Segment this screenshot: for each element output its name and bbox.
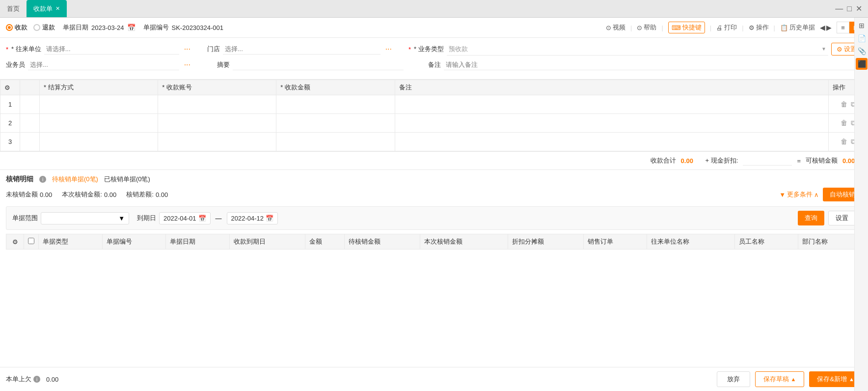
minimize-icon[interactable]: — — [835, 4, 843, 13]
row-3-settlement-input[interactable] — [40, 133, 158, 151]
row-3-remark-input[interactable] — [395, 133, 829, 151]
row-2-settlement-input[interactable] — [40, 114, 158, 132]
tab-close-icon[interactable]: ✕ — [55, 5, 60, 12]
row-3-account[interactable] — [158, 133, 276, 151]
more-conditions-label: 更多条件 — [787, 190, 813, 199]
store-ellipsis-icon[interactable]: ··· — [383, 45, 394, 54]
bth-discount: 折扣分摊额 — [508, 234, 583, 250]
row-2-account[interactable] — [158, 114, 276, 133]
row-1-amount[interactable] — [276, 95, 395, 114]
row-3-account-input[interactable] — [158, 133, 276, 151]
row-3-delete-icon[interactable]: 🗑 — [841, 138, 847, 145]
close-window-icon[interactable]: ✕ — [856, 4, 862, 13]
tab-receipt[interactable]: 收款单 ✕ — [27, 0, 67, 17]
bth-counterpart: 往来单位名称 — [647, 234, 734, 250]
row-2-account-input[interactable] — [158, 114, 276, 132]
help-action[interactable]: ⊙ 帮助 — [637, 23, 656, 32]
discount-input[interactable] — [743, 156, 792, 166]
help-icon: ⊙ — [637, 24, 642, 31]
query-button[interactable]: 查询 — [798, 211, 824, 225]
date-from-input[interactable]: 2022-04-01 📅 — [159, 212, 211, 224]
th-settlement: * 结算方式 — [40, 80, 158, 95]
summary-input[interactable] — [233, 59, 404, 70]
store-input[interactable] — [223, 44, 380, 55]
chevron-up-icon: ∧ — [814, 191, 819, 198]
th-gear[interactable]: ⚙ — [0, 80, 20, 95]
shortcut-icon: ⌨ — [672, 24, 681, 31]
counterpart-input[interactable] — [44, 44, 179, 55]
doc-no-label: 单据编号 — [143, 23, 169, 32]
summary-field: 摘要 — [217, 59, 404, 70]
operations-action[interactable]: ⚙ 操作 — [749, 23, 769, 32]
bth-gear[interactable]: ⚙ — [6, 234, 24, 250]
operations-label: 操作 — [756, 23, 769, 32]
row-1-remark[interactable] — [395, 95, 829, 114]
row-2-delete-icon[interactable]: 🗑 — [841, 119, 847, 127]
maximize-icon[interactable]: □ — [847, 4, 852, 13]
discard-button[interactable]: 放弃 — [717, 371, 750, 387]
pending-tab-link[interactable]: 待核销单据(0笔) — [52, 175, 98, 184]
view-list-btn[interactable]: ≡ — [837, 22, 849, 33]
footer-info-icon[interactable]: i — [33, 376, 40, 383]
total-value: 0.00 — [681, 157, 701, 165]
more-conditions-btn[interactable]: ▼ 更多条件 ∧ — [779, 190, 819, 199]
biz-type-select[interactable]: 预收款 ▼ — [447, 43, 828, 56]
row-2-remark[interactable] — [395, 114, 829, 133]
calendar-icon[interactable]: 📅 — [127, 24, 136, 31]
filter-settings-button[interactable]: 设置 — [828, 211, 856, 225]
row-3-remark[interactable] — [395, 133, 829, 151]
sidebar-attach-icon[interactable]: 📎 — [856, 45, 868, 57]
doc-range-select[interactable]: ▼ — [41, 212, 129, 224]
print-action[interactable]: 🖨 打印 — [716, 23, 737, 32]
writeoff-info-icon[interactable]: i — [39, 176, 46, 183]
counterpart-ellipsis-icon[interactable]: ··· — [182, 45, 192, 54]
row-1-remark-input[interactable] — [395, 95, 829, 113]
sales-person-input[interactable] — [28, 59, 179, 70]
doc-range-label: 单据范围 — [12, 214, 38, 223]
sep1: | — [630, 24, 632, 31]
store-field: 门店 ··· — [207, 44, 394, 55]
video-action[interactable]: ⊙ 视频 — [606, 23, 625, 32]
nav-next-icon[interactable]: ▶ — [826, 24, 832, 31]
row-1-delete-icon[interactable]: 🗑 — [841, 100, 847, 108]
done-tab-link[interactable]: 已核销单据(0笔) — [104, 175, 150, 184]
doc-no-field: 单据编号 SK-20230324-001 — [143, 23, 224, 32]
radio-receipt-dot — [6, 24, 13, 31]
row-1-settlement-input[interactable] — [40, 95, 158, 113]
sales-person-ellipsis-icon[interactable]: ··· — [182, 60, 192, 69]
th-remark: 备注 — [395, 80, 829, 95]
date-to-input[interactable]: 2022-04-12 📅 — [227, 212, 278, 224]
row-1-account-input[interactable] — [158, 95, 276, 113]
form-row-1: * * 往来单位 ··· 门店 ··· * * 业务类型 预收款 ▼ — [6, 43, 862, 56]
row-2-amount[interactable] — [276, 114, 395, 133]
row-1-num2 — [20, 95, 40, 114]
remark-input[interactable] — [444, 59, 862, 70]
row-3-amount-input[interactable] — [276, 133, 394, 151]
select-all-checkbox[interactable] — [28, 238, 34, 244]
row-1-amount-input[interactable] — [276, 95, 394, 113]
shortcut-action[interactable]: ⌨ 快捷键 — [668, 22, 705, 33]
sidebar-doc-icon[interactable]: 📄 — [856, 32, 868, 44]
calendar-from-icon: 📅 — [198, 215, 206, 222]
sidebar-screen-icon[interactable]: ⬛ — [856, 58, 868, 70]
current-cancel-stat: 本次核销金额: 0.00 — [62, 190, 116, 199]
biz-type-arrow: ▼ — [821, 46, 826, 52]
row-1-account[interactable] — [158, 95, 276, 114]
tab-home[interactable]: 首页 — [0, 0, 27, 17]
save-draft-button[interactable]: 保存草稿 ▲ — [755, 371, 805, 387]
row-2-remark-input[interactable] — [395, 114, 829, 132]
history-action[interactable]: 📋 历史单据 — [780, 23, 815, 32]
nav-prev-icon[interactable]: ◀ — [820, 24, 825, 31]
radio-receipt[interactable]: 收款 — [6, 23, 27, 32]
sidebar-table-icon[interactable]: ⊞ — [856, 20, 868, 31]
row-2-amount-input[interactable] — [276, 114, 394, 132]
row-3-amount[interactable] — [276, 133, 395, 151]
row-2-settlement[interactable] — [40, 114, 158, 133]
video-icon: ⊙ — [606, 24, 611, 31]
row-1-settlement[interactable] — [40, 95, 158, 114]
bth-check[interactable] — [24, 234, 39, 250]
nav-arrows: ◀ ▶ — [820, 24, 832, 31]
row-3-settlement[interactable] — [40, 133, 158, 151]
doc-date-label: 单据日期 — [63, 23, 88, 32]
radio-refund[interactable]: 退款 — [33, 23, 55, 32]
